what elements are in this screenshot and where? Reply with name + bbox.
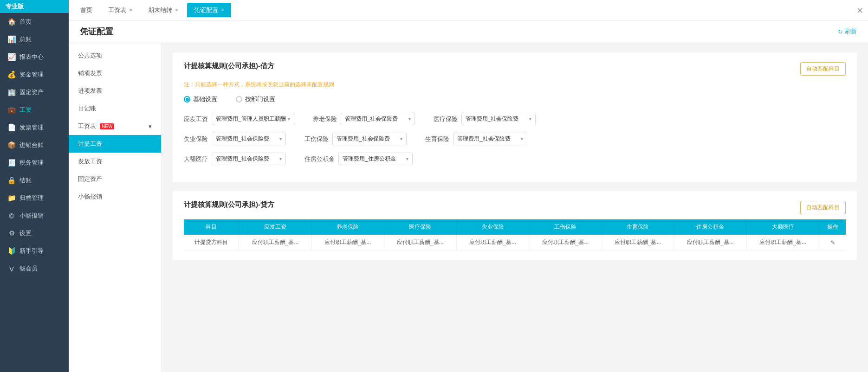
section2-title: 计提核算规则(公司承担)-贷方 bbox=[184, 200, 274, 209]
sidebar-item-close[interactable]: 🔒 结账 bbox=[0, 172, 69, 189]
menu-item-accrual-salary[interactable]: 计提工资 bbox=[69, 135, 161, 153]
sidebar-item-home[interactable]: 🏠 首页 bbox=[0, 13, 69, 31]
menu-item-public-options[interactable]: 公共选项 bbox=[69, 47, 161, 64]
field-shi-ye: 失业保险 管理费用_社会保险费 ▾ bbox=[184, 133, 286, 145]
form-row-3: 大额医疗 管理费用_社会保险费 ▾ 住房公积金 管理费用_住房公积金 ▾ bbox=[184, 153, 846, 165]
refresh-icon: ↻ bbox=[838, 28, 843, 35]
field-sheng-yu: 生育保险 管理费用_社会保险费 ▾ bbox=[425, 133, 527, 145]
tab-salary-table-label: 工资表 bbox=[108, 6, 126, 14]
menu-item-sales-invoice[interactable]: 销项发票 bbox=[69, 64, 161, 82]
tab-voucher-close-icon[interactable]: × bbox=[221, 7, 224, 13]
sidebar: 专业版 🏠 首页 📊 总账 📈 报表中心 💰 资金管理 🏢 固定资产 💼 工资 … bbox=[0, 0, 69, 372]
sidebar-item-archive[interactable]: 📁 归档管理 bbox=[0, 189, 69, 207]
menu-item-fixed-assets[interactable]: 固定资产 bbox=[69, 170, 161, 188]
field-yang-lao: 养老保险 管理费用_社会保险费 ▾ bbox=[313, 113, 415, 125]
archive-icon: 📁 bbox=[7, 194, 16, 202]
refresh-button[interactable]: ↻ 刷新 bbox=[838, 27, 857, 36]
radio-by-dept[interactable]: 按部门设置 bbox=[236, 95, 275, 103]
chevron-down-icon3: ▾ bbox=[529, 116, 531, 122]
menu-item-journal[interactable]: 日记账 bbox=[69, 100, 161, 117]
sidebar-item-assets[interactable]: 🏢 固定资产 bbox=[0, 83, 69, 101]
radio-basic[interactable]: 基础设置 bbox=[184, 95, 217, 103]
select-gongjijin[interactable]: 管理费用_住房公积金 ▾ bbox=[338, 153, 413, 165]
cell-yang-lao: 应付职工薪酬_基... bbox=[311, 235, 384, 250]
tab-salary-table[interactable]: 工资表 × bbox=[101, 3, 139, 17]
label-gongjijin: 住房公积金 bbox=[304, 155, 335, 163]
auto-match-debit-button[interactable]: 自动匹配科目 bbox=[800, 62, 846, 76]
funds-icon: 💰 bbox=[7, 71, 16, 79]
select-yi-liao[interactable]: 管理费用_社会保险费 ▾ bbox=[461, 113, 536, 125]
col-gong-shang: 工伤保险 bbox=[529, 219, 602, 235]
left-menu: 公共选项 销项发票 进项发票 日记账 工资表 NEW ▾ 计提工资 bbox=[69, 43, 162, 372]
home-icon: 🏠 bbox=[7, 18, 16, 26]
reports-icon: 📈 bbox=[7, 53, 16, 61]
tab-home[interactable]: 首页 bbox=[73, 3, 99, 17]
stockbook-icon: 📦 bbox=[7, 141, 16, 149]
tab-period-close-label: 期末结转 bbox=[148, 6, 172, 14]
auto-match-credit-button[interactable]: 自动匹配科目 bbox=[800, 201, 846, 214]
field-gong-shang: 工伤保险 管理费用_社会保险费 ▾ bbox=[304, 133, 407, 145]
chevron-down-icon: ▾ bbox=[288, 116, 290, 122]
select-ying-fa[interactable]: 管理费用_管理人员职工薪酬 ▾ bbox=[212, 113, 294, 125]
menu-item-purchase-invoice[interactable]: 进项发票 bbox=[69, 82, 161, 100]
tab-home-label: 首页 bbox=[80, 6, 92, 14]
col-sheng-yu: 生育保险 bbox=[602, 219, 674, 235]
section1-title: 计提核算规则(公司承担)-借方 bbox=[184, 62, 274, 71]
xiaochang-icon: © bbox=[7, 212, 16, 220]
select-da-e[interactable]: 管理费用_社会保险费 ▾ bbox=[212, 153, 286, 165]
sidebar-item-settings[interactable]: ⚙ 设置 bbox=[0, 224, 69, 242]
new-badge: NEW bbox=[100, 123, 114, 129]
col-gongjijin: 住房公积金 bbox=[674, 219, 746, 235]
field-yi-liao: 医疗保险 管理费用_社会保险费 ▾ bbox=[434, 113, 536, 125]
menu-item-salary-table[interactable]: 工资表 NEW ▾ bbox=[69, 117, 161, 135]
edit-icon[interactable]: ✎ bbox=[830, 239, 835, 246]
app-title: 专业版 bbox=[0, 0, 69, 13]
chevron-down-icon4: ▾ bbox=[279, 136, 282, 141]
label-sheng-yu: 生育保险 bbox=[425, 135, 449, 143]
field-gongjijin: 住房公积金 管理费用_住房公积金 ▾ bbox=[304, 153, 413, 165]
select-yang-lao[interactable]: 管理费用_社会保险费 ▾ bbox=[341, 113, 415, 125]
cell-ying-fa: 应付职工薪酬_基... bbox=[239, 235, 311, 250]
sidebar-item-reports[interactable]: 📈 报表中心 bbox=[0, 48, 69, 66]
label-yang-lao: 养老保险 bbox=[313, 115, 337, 123]
section-debit: 计提核算规则(公司承担)-借方 自动匹配科目 注：只能选择一种方式，系统将按照您… bbox=[173, 52, 857, 182]
label-shi-ye: 失业保险 bbox=[184, 135, 208, 143]
col-action: 操作 bbox=[819, 219, 846, 235]
select-sheng-yu[interactable]: 管理费用_社会保险费 ▾ bbox=[453, 133, 527, 145]
sidebar-item-ledger[interactable]: 📊 总账 bbox=[0, 31, 69, 48]
sidebar-item-member[interactable]: V 畅会员 bbox=[0, 260, 69, 277]
sidebar-item-salary[interactable]: 💼 工资 bbox=[0, 101, 69, 119]
sidebar-item-tax[interactable]: 🧾 税务管理 bbox=[0, 154, 69, 172]
guide-icon: 🔰 bbox=[7, 247, 16, 255]
tab-bar: 首页 工资表 × 期末结转 × 凭证配置 × ✕ bbox=[69, 0, 868, 20]
menu-item-xiaochang-reimbursement[interactable]: 小畅报销 bbox=[69, 188, 161, 205]
chevron-down-icon6: ▾ bbox=[521, 136, 523, 141]
window-close-button[interactable]: ✕ bbox=[856, 6, 863, 16]
cell-sheng-yu: 应付职工薪酬_基... bbox=[602, 235, 674, 250]
section2-header-row: 计提核算规则(公司承担)-贷方 自动匹配科目 bbox=[184, 200, 846, 215]
form-row-2: 失业保险 管理费用_社会保险费 ▾ 工伤保险 管理费用_社会保险费 ▾ bbox=[184, 133, 846, 145]
tab-voucher-config[interactable]: 凭证配置 × bbox=[187, 3, 231, 17]
cell-action[interactable]: ✎ bbox=[819, 235, 846, 250]
form-row-1: 应发工资 管理费用_管理人员职工薪酬 ▾ 养老保险 管理费用_社会保险费 ▾ bbox=[184, 113, 846, 125]
select-gong-shang[interactable]: 管理费用_社会保险费 ▾ bbox=[332, 133, 407, 145]
select-shi-ye[interactable]: 管理费用_社会保险费 ▾ bbox=[212, 133, 286, 145]
tab-period-close-icon[interactable]: × bbox=[175, 7, 178, 13]
col-da-e: 大额医疗 bbox=[747, 219, 819, 235]
chevron-down-icon5: ▾ bbox=[400, 136, 402, 141]
sidebar-item-invoices[interactable]: 📄 发票管理 bbox=[0, 119, 69, 136]
close-icon: 🔒 bbox=[7, 176, 16, 185]
sidebar-item-funds[interactable]: 💰 资金管理 bbox=[0, 66, 69, 83]
chevron-down-icon2: ▾ bbox=[408, 116, 411, 122]
menu-item-pay-salary[interactable]: 发放工资 bbox=[69, 153, 161, 170]
cell-subject: 计提贷方科目 bbox=[184, 235, 239, 250]
sidebar-item-stockbook[interactable]: 📦 进销台账 bbox=[0, 136, 69, 154]
arrow-icon: ▾ bbox=[149, 123, 152, 130]
sidebar-item-xiaochang[interactable]: © 小畅报销 bbox=[0, 207, 69, 224]
salary-icon: 💼 bbox=[7, 106, 16, 114]
content-layout: 公共选项 销项发票 进项发票 日记账 工资表 NEW ▾ 计提工资 bbox=[69, 43, 868, 372]
main-area: 首页 工资表 × 期末结转 × 凭证配置 × ✕ 凭证配置 ↻ 刷新 公共选项 bbox=[69, 0, 868, 372]
tab-period-close[interactable]: 期末结转 × bbox=[141, 3, 185, 17]
tab-salary-close-icon[interactable]: × bbox=[129, 7, 132, 13]
sidebar-item-guide[interactable]: 🔰 新手引导 bbox=[0, 242, 69, 260]
